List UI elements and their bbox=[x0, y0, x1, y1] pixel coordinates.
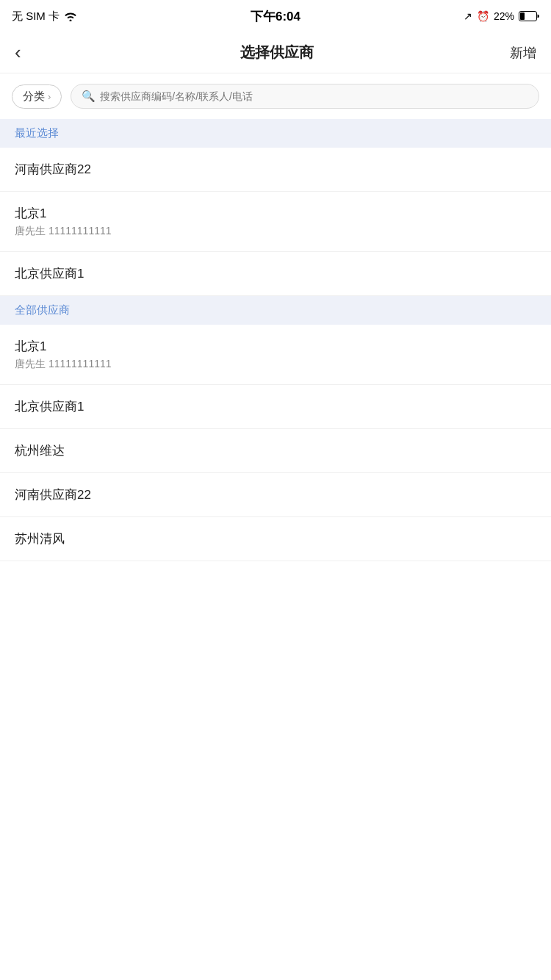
page-title: 选择供应商 bbox=[240, 43, 314, 62]
category-label: 分类 bbox=[23, 90, 45, 104]
nav-bar: ‹ 选择供应商 新增 bbox=[0, 32, 551, 73]
filter-bar: 分类 › 🔍 bbox=[0, 73, 551, 119]
battery-text: 22% bbox=[494, 10, 514, 22]
search-icon: 🔍 bbox=[82, 90, 96, 103]
recent-list: 河南供应商22 北京1 唐先生 11111111111 北京供应商1 bbox=[0, 148, 551, 296]
item-name: 北京1 bbox=[15, 205, 536, 222]
alarm-icon: ⏰ bbox=[477, 10, 489, 22]
item-name: 北京供应商1 bbox=[15, 398, 536, 415]
list-item[interactable]: 苏州清风 bbox=[0, 517, 551, 561]
list-item[interactable]: 河南供应商22 bbox=[0, 148, 551, 192]
direction-icon: ↗ bbox=[464, 10, 472, 22]
back-button[interactable]: ‹ bbox=[15, 41, 44, 64]
svg-rect-1 bbox=[520, 12, 525, 20]
wifi-icon bbox=[64, 11, 77, 21]
list-item[interactable]: 北京供应商1 bbox=[0, 252, 551, 296]
category-button[interactable]: 分类 › bbox=[12, 84, 62, 109]
list-item[interactable]: 北京供应商1 bbox=[0, 385, 551, 429]
list-item[interactable]: 河南供应商22 bbox=[0, 473, 551, 517]
status-bar: 无 SIM 卡 下午6:04 ↗ ⏰ 22% bbox=[0, 0, 551, 32]
item-name: 苏州清风 bbox=[15, 530, 536, 547]
item-name: 河南供应商22 bbox=[15, 486, 536, 503]
list-item[interactable]: 北京1 唐先生 11111111111 bbox=[0, 192, 551, 252]
no-sim-text: 无 SIM 卡 bbox=[12, 10, 60, 24]
item-name: 北京1 bbox=[15, 338, 536, 355]
all-list: 北京1 唐先生 11111111111 北京供应商1 杭州维达 河南供应商22 … bbox=[0, 325, 551, 561]
recent-section-label: 最近选择 bbox=[15, 126, 59, 139]
recent-section-header: 最近选择 bbox=[0, 119, 551, 148]
all-section-label: 全部供应商 bbox=[15, 303, 70, 316]
status-right: ↗ ⏰ 22% bbox=[464, 10, 539, 22]
all-section-header: 全部供应商 bbox=[0, 296, 551, 325]
item-sub: 唐先生 11111111111 bbox=[15, 225, 536, 238]
battery-icon bbox=[519, 11, 539, 21]
list-item[interactable]: 北京1 唐先生 11111111111 bbox=[0, 325, 551, 385]
item-name: 杭州维达 bbox=[15, 442, 536, 459]
status-time: 下午6:04 bbox=[251, 8, 300, 25]
item-name: 河南供应商22 bbox=[15, 161, 536, 178]
item-sub: 唐先生 11111111111 bbox=[15, 358, 536, 371]
chevron-icon: › bbox=[48, 91, 51, 102]
item-name: 北京供应商1 bbox=[15, 265, 536, 282]
new-button[interactable]: 新增 bbox=[510, 44, 536, 62]
search-input[interactable] bbox=[100, 90, 528, 102]
search-box: 🔍 bbox=[71, 84, 539, 109]
list-item[interactable]: 杭州维达 bbox=[0, 429, 551, 473]
status-left: 无 SIM 卡 bbox=[12, 10, 77, 24]
